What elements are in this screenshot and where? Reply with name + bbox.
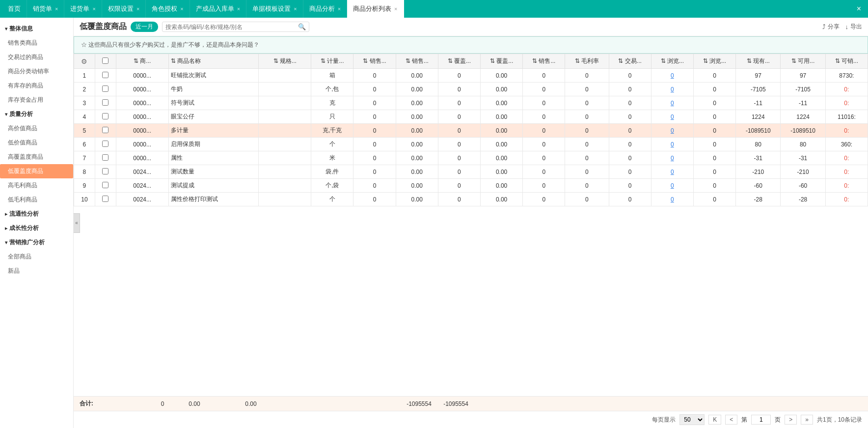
sidebar-item-low-value[interactable]: 低价值商品 xyxy=(0,136,73,150)
row-checkbox-6[interactable] xyxy=(102,154,108,161)
sidebar-item-in-stock[interactable]: 有库存的商品 xyxy=(0,79,73,93)
row-check-1[interactable] xyxy=(95,83,116,96)
row-check-0[interactable] xyxy=(95,69,116,83)
row-checkbox-0[interactable] xyxy=(102,72,108,78)
col-coverage2-header[interactable]: ⇅ 覆盖... xyxy=(480,54,522,69)
sidebar-section-title-promotion[interactable]: ▾ 营销推广分析 xyxy=(0,235,73,250)
sidebar-item-traded-goods[interactable]: 交易过的商品 xyxy=(0,50,73,64)
tab-analysis-close[interactable]: × xyxy=(338,6,341,12)
col-coverage1-header[interactable]: ⇅ 覆盖... xyxy=(438,54,480,69)
sidebar-section-title-flow[interactable]: ▸ 流通性分析 xyxy=(0,207,73,221)
sidebar-item-high-coverage[interactable]: 高覆盖度商品 xyxy=(0,150,73,164)
sidebar-item-goods-category-rate[interactable]: 商品分类动销率 xyxy=(0,64,73,79)
last-page-button[interactable]: » xyxy=(801,415,813,425)
tab-permissions-close[interactable]: × xyxy=(136,6,139,12)
row-checkbox-9[interactable] xyxy=(102,196,108,202)
col-curr-stock-header[interactable]: ⇅ 现有... xyxy=(736,54,781,69)
select-all-checkbox[interactable] xyxy=(102,57,108,64)
col-saleable-header[interactable]: ⇅ 可销... xyxy=(825,54,868,69)
row-check-7[interactable] xyxy=(95,165,116,179)
row-name-0[interactable]: 旺铺批次测试 xyxy=(168,69,259,83)
sidebar-item-sales-goods[interactable]: 销售类商品 xyxy=(0,36,73,50)
row-check-6[interactable] xyxy=(95,151,116,165)
row-checkbox-3[interactable] xyxy=(102,113,108,119)
sidebar-item-fund-occupied[interactable]: 库存资金占用 xyxy=(0,93,73,107)
tab-analysis-list-close[interactable]: × xyxy=(394,6,397,12)
next-page-button[interactable]: > xyxy=(785,415,797,425)
period-button[interactable]: 近一月 xyxy=(131,22,158,32)
tab-analysis[interactable]: 商品分析 × xyxy=(303,0,347,18)
col-gross-header[interactable]: ⇅ 毛利率 xyxy=(565,54,609,69)
row-check-9[interactable] xyxy=(95,193,116,206)
col-unit-header[interactable]: ⇅ 计量... xyxy=(311,54,353,69)
row-name-1[interactable]: 牛奶 xyxy=(168,83,259,96)
tab-home[interactable]: 首页 xyxy=(2,0,27,18)
row-checkbox-1[interactable] xyxy=(102,86,108,92)
tab-templates-close[interactable]: × xyxy=(294,6,297,12)
row-checkbox-2[interactable] xyxy=(102,99,108,106)
tab-templates[interactable]: 单据模板设置 × xyxy=(246,0,303,18)
row-checkbox-8[interactable] xyxy=(102,182,108,188)
row-checkbox-5[interactable] xyxy=(102,141,108,147)
share-button[interactable]: ⤴ 分享 xyxy=(822,23,840,31)
page-size-select[interactable]: 50 20 100 200 xyxy=(679,414,705,425)
tab-purchase-close[interactable]: × xyxy=(92,6,95,12)
tab-sales-close[interactable]: × xyxy=(55,6,58,12)
row-checkbox-4[interactable] xyxy=(102,127,108,133)
sidebar-section-title-quality[interactable]: ▾ 质量分析 xyxy=(0,107,73,121)
col-trade-header[interactable]: ⇅ 交易... xyxy=(609,54,651,69)
col-sales2-header[interactable]: ⇅ 销售... xyxy=(523,54,565,69)
sidebar-item-high-profit[interactable]: 高毛利商品 xyxy=(0,178,73,193)
sidebar-section-title-overview[interactable]: ▾ 整体信息 xyxy=(0,22,73,36)
row-browse1-6[interactable]: 0 xyxy=(651,151,693,165)
search-icon[interactable]: 🔍 xyxy=(298,23,306,30)
row-name-6[interactable]: 属性 xyxy=(168,151,259,165)
row-name-2[interactable]: 符号测试 xyxy=(168,96,259,110)
col-settings[interactable]: ⚙ xyxy=(74,54,95,69)
row-name-4[interactable]: 多计量 xyxy=(168,124,259,138)
row-browse1-4[interactable]: 0 xyxy=(651,124,693,138)
prev-page-button[interactable]: < xyxy=(725,415,737,425)
row-check-3[interactable] xyxy=(95,110,116,124)
row-name-8[interactable]: 测试提成 xyxy=(168,179,259,193)
row-check-2[interactable] xyxy=(95,96,116,110)
tab-sales[interactable]: 销货单 × xyxy=(27,0,64,18)
export-button[interactable]: ↓ 导出 xyxy=(845,23,863,31)
tab-roles[interactable]: 角色授权 × xyxy=(146,0,190,18)
row-name-9[interactable]: 属性价格打印测试 xyxy=(168,193,259,206)
row-browse1-5[interactable]: 0 xyxy=(651,138,693,151)
sidebar-item-high-value[interactable]: 高价值商品 xyxy=(0,121,73,136)
sidebar-item-low-profit[interactable]: 低毛利商品 xyxy=(0,193,73,207)
tab-analysis-list[interactable]: 商品分析列表 × xyxy=(347,0,404,18)
row-checkbox-7[interactable] xyxy=(102,168,108,174)
first-page-button[interactable]: K xyxy=(708,415,721,425)
sidebar-collapse-button[interactable]: « xyxy=(74,213,80,233)
col-available-header[interactable]: ⇅ 可用... xyxy=(781,54,825,69)
page-input[interactable] xyxy=(751,415,771,425)
row-check-8[interactable] xyxy=(95,179,116,193)
row-browse1-2[interactable]: 0 xyxy=(651,96,693,110)
row-name-7[interactable]: 测试数量 xyxy=(168,165,259,179)
row-browse1-3[interactable]: 0 xyxy=(651,110,693,124)
col-sales-amt-header[interactable]: ⇅ 销售... xyxy=(396,54,438,69)
row-browse1-7[interactable]: 0 xyxy=(651,165,693,179)
sidebar-section-title-growth[interactable]: ▸ 成长性分析 xyxy=(0,221,73,235)
window-close-button[interactable]: × xyxy=(852,4,866,13)
row-browse1-0[interactable]: 0 xyxy=(651,69,693,83)
row-browse1-8[interactable]: 0 xyxy=(651,179,693,193)
search-input[interactable] xyxy=(165,24,298,30)
col-sales-qty-header[interactable]: ⇅ 销售... xyxy=(353,54,396,69)
tab-products[interactable]: 产成品入库单 × xyxy=(190,0,246,18)
col-spec-header[interactable]: ⇅ 规格... xyxy=(259,54,311,69)
col-name-header[interactable]: ⇅ 商品名称 xyxy=(168,54,259,69)
row-browse1-9[interactable]: 0 xyxy=(651,193,693,206)
col-code-header[interactable]: ⇅ 商... xyxy=(116,54,168,69)
col-browse2-header[interactable]: ⇅ 浏览... xyxy=(693,54,735,69)
col-browse1-header[interactable]: ⇅ 浏览... xyxy=(651,54,693,69)
tab-purchase[interactable]: 进货单 × xyxy=(64,0,102,18)
sidebar-item-all-goods[interactable]: 全部商品 xyxy=(0,250,73,264)
tab-roles-close[interactable]: × xyxy=(180,6,183,12)
tab-products-close[interactable]: × xyxy=(237,6,240,12)
row-name-3[interactable]: 眼宝公仔 xyxy=(168,110,259,124)
row-name-5[interactable]: 启用保质期 xyxy=(168,138,259,151)
